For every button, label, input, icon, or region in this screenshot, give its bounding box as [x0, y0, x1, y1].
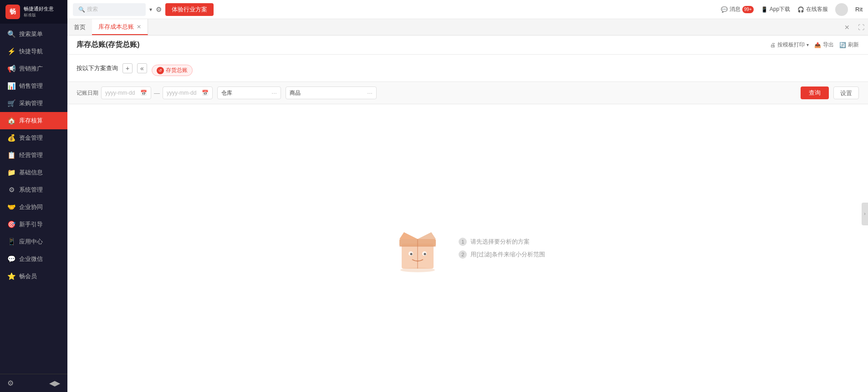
sidebar-label-operations: 经营管理 [19, 151, 43, 159]
query-btn[interactable]: 查询 [801, 87, 829, 99]
date-end-placeholder: yyyy-mm-dd [167, 90, 196, 96]
main-area: 🔍 搜索 ▾ ⚙ 体验行业方案 💬 消息 99+ 📱 App下载 🎧 在线客服 … [67, 0, 868, 392]
sidebar-item-member[interactable]: ⭐畅会员 [0, 268, 67, 285]
empty-tip-2: 2 用[过滤]条件来缩小分析范围 [459, 250, 545, 259]
close-panel-btn[interactable]: ✕ [840, 24, 854, 31]
scheme-label: 存货总账 [166, 66, 188, 74]
filter-row: 按以下方案查询 + « ↺ 存货总账 [77, 60, 859, 76]
sidebar-footer: ⚙ ◀▶ [0, 374, 67, 392]
product-more-icon[interactable]: ··· [367, 89, 373, 97]
filter-label: 按以下方案查询 [77, 64, 118, 72]
filter-add-btn[interactable]: + [123, 63, 133, 73]
print-dropdown-icon[interactable]: ▾ [807, 42, 809, 47]
topbar-left: 🔍 搜索 ▾ ⚙ 体验行业方案 [73, 3, 214, 16]
logo-icon: 畅 [5, 5, 20, 19]
sidebar-item-sales[interactable]: 📊销售管理 [0, 77, 67, 95]
product-label: 商品 [290, 89, 301, 97]
refresh-label: 刷新 [848, 41, 859, 49]
sidebar-label-guide: 新手引导 [19, 220, 43, 229]
wechat-icon: 💬 [7, 255, 15, 263]
warehouse-label: 仓库 [221, 89, 232, 97]
sidebar-item-wechat[interactable]: 💬企业微信 [0, 250, 67, 268]
search-icon: 🔍 [7, 30, 15, 38]
tip-text-1: 请先选择要分析的方案 [470, 238, 530, 246]
calendar-end-icon[interactable]: 📅 [202, 90, 209, 96]
sidebar-item-finance[interactable]: 💰资金管理 [0, 129, 67, 147]
empty-content: 1 请先选择要分析的方案 2 用[过滤]条件来缩小分析范围 [390, 221, 545, 275]
tab-close-icon[interactable]: ✕ [137, 24, 141, 30]
sidebar-item-quicknav[interactable]: ⚡快捷导航 [0, 43, 67, 60]
sidebar-logo: 畅 畅捷通好生意 标准版 [0, 0, 67, 24]
sidebar-item-search[interactable]: 🔍搜索菜单 [0, 25, 67, 43]
query-row: 记账日期 yyyy-mm-dd 📅 — yyyy-mm-dd 📅 仓库 ··· [67, 82, 868, 104]
tab-inventory-cost[interactable]: 库存成本总账 ✕ [92, 19, 148, 35]
sidebar-label-basic: 基础信息 [19, 168, 43, 177]
date-separator: — [154, 90, 160, 97]
sidebar-label-search: 搜索菜单 [19, 30, 43, 38]
page-actions: 🖨 按模板打印 ▾ 📤 导出 🔄 刷新 [770, 41, 859, 49]
filter-collapse-btn[interactable]: « [137, 63, 147, 73]
topbar-gear-icon[interactable]: ⚙ [156, 5, 162, 14]
content-area: 库存总账(存货总账) 🖨 按模板打印 ▾ 📤 导出 🔄 刷新 [67, 36, 868, 392]
guide-icon: 🎯 [7, 220, 15, 229]
member-icon: ⭐ [7, 272, 15, 280]
page-header: 库存总账(存货总账) 🖨 按模板打印 ▾ 📤 导出 🔄 刷新 [67, 36, 868, 55]
sidebar-item-marketing[interactable]: 📢营销推广 [0, 60, 67, 77]
inventory-icon: 🏠 [7, 117, 15, 125]
date-start-input[interactable]: yyyy-mm-dd 📅 [101, 87, 151, 99]
sidebar-item-guide[interactable]: 🎯新手引导 [0, 216, 67, 233]
industry-btn[interactable]: 体验行业方案 [165, 3, 214, 16]
tip-text-2: 用[过滤]条件来缩小分析范围 [470, 250, 545, 259]
date-end-input[interactable]: yyyy-mm-dd 📅 [163, 87, 213, 99]
purchase-icon: 🛒 [7, 99, 15, 107]
refresh-btn[interactable]: 🔄 刷新 [839, 41, 859, 49]
message-badge: 99+ [742, 6, 754, 13]
date-label: 记账日期 [77, 89, 98, 97]
topbar-dropdown-icon[interactable]: ▾ [149, 6, 152, 13]
sidebar-nav: 🔍搜索菜单⚡快捷导航📢营销推广📊销售管理🛒采购管理🏠库存核算💰资金管理📋经营管理… [0, 24, 67, 374]
tab-inventory-cost-label: 库存成本总账 [98, 23, 134, 31]
print-btn[interactable]: 🖨 按模板打印 ▾ [770, 41, 809, 49]
online-service-item[interactable]: 🎧 在线客服 [797, 5, 828, 13]
sidebar-item-basic[interactable]: 📁基础信息 [0, 164, 67, 181]
toggle-sidebar-icon[interactable]: ◀▶ [49, 379, 60, 387]
right-panel-toggle[interactable]: › [862, 203, 868, 225]
setting-btn[interactable]: 设置 [833, 87, 859, 99]
empty-state: 1 请先选择要分析的方案 2 用[过滤]条件来缩小分析范围 [67, 104, 868, 392]
online-service-label: 在线客服 [806, 5, 828, 13]
logo-text-block: 畅捷通好生意 标准版 [24, 5, 54, 18]
headset-icon: 🎧 [797, 6, 804, 13]
calendar-start-icon[interactable]: 📅 [140, 90, 147, 96]
export-btn[interactable]: 📤 导出 [814, 41, 834, 49]
export-label: 导出 [823, 41, 834, 49]
export-icon: 📤 [814, 42, 821, 48]
sidebar-item-cooperation[interactable]: 🤝企业协同 [0, 199, 67, 216]
date-start-placeholder: yyyy-mm-dd [105, 90, 135, 96]
tab-home[interactable]: 首页 [67, 19, 92, 35]
operations-icon: 📋 [7, 151, 15, 159]
resize-panel-btn[interactable]: ⛶ [854, 24, 868, 31]
warehouse-more-icon[interactable]: ··· [271, 89, 277, 97]
sidebar-item-purchase[interactable]: 🛒采购管理 [0, 95, 67, 112]
search-placeholder: 搜索 [87, 5, 98, 13]
tabs-bar: 首页 库存成本总账 ✕ ✕ ⛶ [67, 19, 868, 36]
scheme-icon: ↺ [157, 67, 164, 74]
scheme-item-inventory[interactable]: ↺ 存货总账 [152, 65, 193, 76]
search-bar[interactable]: 🔍 搜索 [73, 3, 146, 16]
sidebar-item-inventory[interactable]: 🏠库存核算 [0, 112, 67, 129]
sidebar-item-operations[interactable]: 📋经营管理 [0, 147, 67, 164]
filter-area: 按以下方案查询 + « ↺ 存货总账 [67, 55, 868, 82]
settings-icon[interactable]: ⚙ [7, 379, 14, 387]
user-avatar[interactable] [835, 3, 848, 16]
warehouse-select[interactable]: 仓库 ··· [217, 87, 281, 99]
tip-num-2: 2 [459, 250, 467, 259]
product-field: 商品 ··· [286, 87, 377, 99]
product-select[interactable]: 商品 ··· [286, 87, 377, 99]
app-download-item[interactable]: 📱 App下载 [761, 5, 790, 13]
sidebar-item-appcenter[interactable]: 📱应用中心 [0, 233, 67, 250]
message-item[interactable]: 💬 消息 99+ [721, 5, 754, 13]
sidebar-label-sales: 销售管理 [19, 82, 43, 90]
search-icon: 🔍 [78, 6, 85, 13]
sidebar-item-system[interactable]: ⚙系统管理 [0, 181, 67, 199]
app-download-label: App下载 [770, 5, 790, 13]
